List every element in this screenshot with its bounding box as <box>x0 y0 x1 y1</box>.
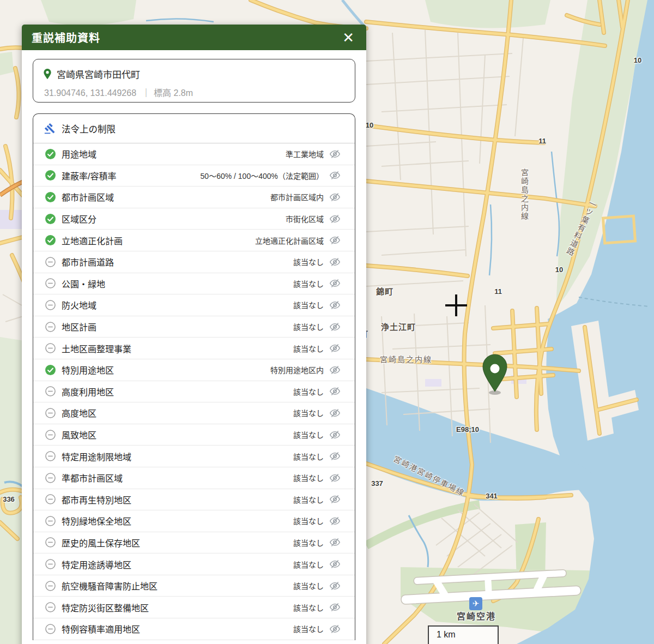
eye-off-icon[interactable] <box>329 170 341 181</box>
minus-circle-icon <box>45 559 56 569</box>
restriction-value: 該当なし <box>293 407 324 418</box>
restriction-row: 都市再生特別地区該当なし <box>33 489 355 511</box>
restrictions-section-title: 法令上の制限 <box>62 122 116 135</box>
minus-circle-icon <box>45 386 56 396</box>
restriction-value: 該当なし <box>293 256 324 267</box>
restriction-value: 該当なし <box>293 321 324 332</box>
restrictions-header: 法令上の制限 <box>33 114 355 143</box>
location-meta: 31.904746, 131.449268｜標高 2.8m <box>43 86 345 99</box>
eye-off-icon[interactable] <box>329 299 341 311</box>
eye-off-icon[interactable] <box>329 537 341 548</box>
location-pin-icon <box>43 69 52 80</box>
eye-off-icon[interactable] <box>329 472 341 484</box>
restriction-value: 該当なし <box>293 278 324 289</box>
eye-off-icon[interactable] <box>329 191 341 203</box>
close-icon[interactable]: ✕ <box>340 31 356 45</box>
panel-header: 重説補助資料 ✕ <box>22 25 366 50</box>
restriction-row: 防火地域該当なし <box>33 294 355 316</box>
eye-off-icon[interactable] <box>329 493 341 505</box>
restriction-value: 該当なし <box>293 537 324 548</box>
restriction-value: 該当なし <box>293 386 324 397</box>
eye-off-icon[interactable] <box>329 407 341 419</box>
restriction-value: 該当なし <box>293 299 324 310</box>
restriction-label: 区域区分 <box>62 212 286 225</box>
restriction-value: 該当なし <box>293 343 324 354</box>
restriction-label: 航空機騒音障害防止地区 <box>62 579 293 592</box>
minus-circle-icon <box>45 430 56 440</box>
restriction-label: 高度利用地区 <box>62 385 293 398</box>
minus-circle-icon <box>45 581 56 591</box>
restriction-value: 50〜60% / 100〜400%（法定範囲） <box>201 170 324 181</box>
restriction-row: 用途地域準工業地域 <box>33 143 355 165</box>
eye-off-icon[interactable] <box>329 213 341 225</box>
restriction-label: 公園・緑地 <box>62 277 293 290</box>
restriction-label: 建蔽率/容積率 <box>62 169 201 182</box>
minus-circle-icon <box>45 451 56 461</box>
panel-body: 宮崎県宮崎市田代町 31.904746, 131.449268｜標高 2.8m … <box>22 50 366 640</box>
restriction-label: 土地区画整理事業 <box>62 342 293 355</box>
restriction-label: 防火地域 <box>62 298 293 311</box>
restriction-value: 該当なし <box>293 451 324 462</box>
restriction-label: 地区計画 <box>62 320 293 333</box>
restriction-row: 公園・緑地該当なし <box>33 273 355 295</box>
eye-off-icon[interactable] <box>329 342 341 354</box>
restriction-row: 高度地区該当なし <box>33 402 355 424</box>
restriction-label: 高度地区 <box>62 406 293 419</box>
restriction-label: 準都市計画区域 <box>62 471 293 484</box>
restriction-value: 特別用途地区内 <box>270 364 324 375</box>
eye-off-icon[interactable] <box>329 450 341 462</box>
eye-off-icon[interactable] <box>329 364 341 376</box>
restriction-row: 特定用途制限地域該当なし <box>33 446 355 467</box>
restriction-label: 用途地域 <box>62 147 286 160</box>
eye-off-icon[interactable] <box>329 601 341 613</box>
restriction-row: 区域区分市街化区域 <box>33 208 355 230</box>
airport-plane-icon: ✈ <box>469 597 482 610</box>
eye-off-icon[interactable] <box>329 386 341 397</box>
map-scale-bar: 1 km <box>428 625 499 644</box>
restriction-row: 特例容積率適用地区該当なし <box>33 618 355 640</box>
jusetsu-panel: 重説補助資料 ✕ 宮崎県宮崎市田代町 31.904746, 131.449268… <box>22 25 366 644</box>
eye-off-icon[interactable] <box>329 148 341 160</box>
location-elevation: 標高 2.8m <box>154 88 193 98</box>
restriction-label: 特別用途地区 <box>62 363 270 376</box>
eye-off-icon[interactable] <box>329 256 341 268</box>
minus-circle-icon <box>45 343 56 353</box>
restriction-row: 立地適正化計画立地適正化計画区域 <box>33 230 355 251</box>
eye-off-icon[interactable] <box>329 429 341 441</box>
minus-circle-icon <box>45 300 56 310</box>
check-circle-icon <box>45 214 56 224</box>
restriction-value: 該当なし <box>293 515 324 526</box>
restriction-row: 都市計画道路該当なし <box>33 251 355 273</box>
minus-circle-icon <box>45 257 56 267</box>
minus-circle-icon <box>45 516 56 526</box>
restriction-value: 該当なし <box>293 580 324 591</box>
restrictions-card: 法令上の制限 用途地域準工業地域建蔽率/容積率50〜60% / 100〜400%… <box>33 113 355 640</box>
minus-circle-icon <box>45 408 56 418</box>
eye-off-icon[interactable] <box>329 515 341 527</box>
minus-circle-icon <box>45 624 56 634</box>
restriction-row: 特定用途誘導地区該当なし <box>33 553 355 575</box>
eye-off-icon[interactable] <box>329 321 341 333</box>
restriction-row: 土地区画整理事業該当なし <box>33 338 355 359</box>
minus-circle-icon <box>45 602 56 612</box>
check-circle-icon <box>45 149 56 159</box>
check-circle-icon <box>45 365 56 375</box>
restriction-row: 特別用途地区特別用途地区内 <box>33 359 355 381</box>
check-circle-icon <box>45 170 56 180</box>
restriction-row: 航空機騒音障害防止地区該当なし <box>33 575 355 597</box>
eye-off-icon[interactable] <box>329 580 341 592</box>
check-circle-icon <box>45 192 56 202</box>
restriction-row: 高度利用地区該当なし <box>33 381 355 403</box>
eye-off-icon[interactable] <box>329 623 341 635</box>
restriction-value: 該当なし <box>293 559 324 570</box>
restriction-value: 準工業地域 <box>286 148 324 159</box>
location-address: 宮崎県宮崎市田代町 <box>57 67 140 81</box>
restriction-label: 都市計画道路 <box>62 255 293 268</box>
restriction-label: 特例容積率適用地区 <box>62 622 293 635</box>
eye-off-icon[interactable] <box>329 234 341 246</box>
restriction-value: 該当なし <box>293 623 324 634</box>
eye-off-icon[interactable] <box>329 278 341 289</box>
app-window: 1010111011337341336E98;10錦町浄土江町町宮崎島之内線宮崎… <box>0 0 654 644</box>
eye-off-icon[interactable] <box>329 558 341 570</box>
restriction-row: 建蔽率/容積率50〜60% / 100〜400%（法定範囲） <box>33 165 355 187</box>
